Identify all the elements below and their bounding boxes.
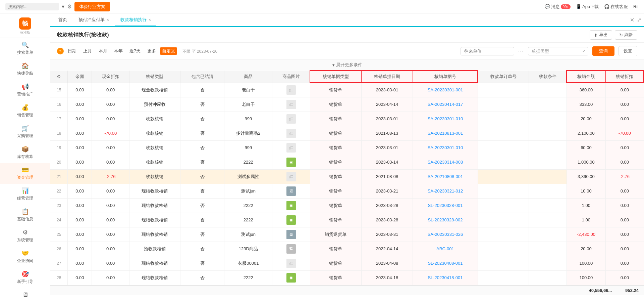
cell-bill-date: 2023-03-31: [361, 227, 413, 242]
product-image-placeholder: 🏷: [286, 100, 296, 109]
user-name[interactable]: Rit: [633, 4, 639, 9]
more-date-btn[interactable]: 更多: [145, 47, 159, 55]
bill-no-link[interactable]: ABC-001: [436, 246, 454, 251]
settings-button[interactable]: 设置: [619, 46, 637, 56]
tab-close-all-icon[interactable]: ✕: [630, 17, 634, 23]
product-image-green: ▣: [286, 273, 296, 283]
cell-included: 否: [180, 270, 224, 285]
last-month-btn[interactable]: 上月: [80, 47, 95, 55]
message-icon: 💬: [545, 4, 550, 9]
cell-verify-amount: 100.00: [567, 256, 605, 270]
nav-icon: 🏠: [21, 62, 29, 70]
top-bar-right: 💬 消息 99+ 📱 App下载 🎧 在线客服 Rit: [545, 4, 639, 10]
tab-expand-icon[interactable]: ⤢: [637, 17, 641, 23]
cell-cash-discount: 0.00: [92, 256, 129, 270]
partner-input[interactable]: [461, 47, 514, 55]
cell-product-img: ▣: [272, 213, 310, 227]
cell-product: 老白干: [224, 97, 272, 112]
tab-prepay[interactable]: 预付冲应付单 ×: [73, 14, 114, 26]
bill-no-link[interactable]: SA-20210808-001: [428, 174, 463, 179]
receipt-verify-tab-close[interactable]: ×: [149, 17, 151, 22]
sidebar-item-search[interactable]: 🔍 搜索菜单: [0, 38, 50, 59]
cell-bill-no: SA-20210813-001: [413, 126, 478, 140]
sidebar-item-nav[interactable]: 🏠 快捷导航: [0, 59, 50, 80]
cell-bill-date: 2023-03-28: [361, 198, 413, 213]
receipt-verify-tab-label: 收款核销执行: [120, 17, 147, 23]
cell-idx: 22: [50, 184, 68, 198]
tab-receipt-verify[interactable]: 收款核销执行 ×: [115, 14, 156, 26]
th-receipt-cond: 收款条件: [529, 71, 567, 83]
service-icon: 🎧: [604, 4, 609, 9]
cell-balance: 0.00: [68, 97, 92, 112]
bill-no-link[interactable]: SA-20230414-017: [428, 102, 463, 107]
settings-gear-icon[interactable]: ⚙: [67, 3, 72, 10]
online-service-link[interactable]: 🎧 在线客服: [604, 4, 628, 10]
bill-no-link[interactable]: SA-20210813-001: [428, 131, 463, 136]
single-type-select[interactable]: 单据类型: [528, 47, 588, 55]
sidebar-item-hardware[interactable]: 🖥 智能硬件: [0, 288, 50, 300]
cell-verify-amount: 60.00: [567, 140, 605, 155]
cell-bill-date: 2023-03-01: [361, 83, 413, 97]
cell-verify-discount: 0.00: [606, 112, 644, 126]
cell-bill-type: 销货单: [310, 213, 361, 227]
sidebar-item-sales[interactable]: 💰 销售管理: [0, 100, 50, 121]
bill-no-link[interactable]: SA-20230301-010: [428, 116, 463, 121]
filter-dots: ···: [518, 49, 524, 54]
sidebar-item-purchase[interactable]: 🛒 采购管理: [0, 121, 50, 142]
sidebar-item-system[interactable]: ⚙ 系统管理: [0, 225, 50, 246]
export-button[interactable]: ⬆ 导出: [590, 30, 612, 40]
sidebar-item-operations[interactable]: 📊 经营管理: [0, 184, 50, 205]
sidebar-item-finance[interactable]: 💳 资金管理: [0, 163, 50, 184]
cell-verify-type: 现金收款核销: [129, 83, 180, 97]
7days-btn[interactable]: 近7天: [127, 47, 143, 55]
cell-verify-discount: -2.76: [606, 169, 644, 184]
cell-cash-discount: 0.00: [92, 242, 129, 256]
cell-bill-type: 销货单: [310, 97, 361, 112]
bill-no-link[interactable]: SL-20230328-002: [428, 217, 463, 222]
purchase-icon: 🛒: [21, 125, 29, 132]
filter-date-buttons: 上月 本月 本年 近7天 更多 自定义: [80, 47, 177, 55]
refresh-button[interactable]: ↻ 刷新: [615, 30, 637, 40]
top-search-input[interactable]: [5, 3, 59, 10]
this-year-btn[interactable]: 本年: [111, 47, 125, 55]
marketing-icon: 📢: [21, 83, 29, 90]
bill-no-link[interactable]: SA-20230301-001: [428, 87, 463, 92]
this-month-btn[interactable]: 本月: [96, 47, 110, 55]
cell-included: 否: [180, 155, 224, 169]
bill-no-link[interactable]: SA-20230331-026: [428, 232, 463, 237]
dropdown-icon[interactable]: ▾: [62, 3, 64, 10]
message-icon-area[interactable]: 💬 消息 99+: [545, 4, 571, 10]
expand-more-button[interactable]: ▾ 展开更多条件: [332, 62, 362, 68]
sidebar-item-newbie[interactable]: 🎯 新手引导: [0, 267, 50, 288]
th-cash-discount: 现金折扣: [92, 71, 129, 83]
app-download-link[interactable]: 📱 App下载: [576, 4, 599, 10]
bill-no-link[interactable]: SA-20230321-012: [428, 188, 463, 194]
cell-receipt-cond: [529, 184, 567, 198]
cell-verify-type: 现结收款核销: [129, 256, 180, 270]
custom-date-btn[interactable]: 自定义: [160, 47, 177, 55]
sidebar-item-collab[interactable]: 🤝 企业协同: [0, 246, 50, 267]
cell-cash-discount: 0.00: [92, 97, 129, 112]
sidebar-item-marketing[interactable]: 📢 营销推广: [0, 80, 50, 100]
tab-home[interactable]: 首页: [53, 14, 72, 26]
prepay-tab-close[interactable]: ×: [107, 17, 109, 22]
query-button[interactable]: 查询: [592, 46, 614, 56]
cell-verify-discount: 0.00: [606, 213, 644, 227]
table-row: 16 0.00 0.00 预付冲应收 否 老白干 🏷 销货单 2023-04-1…: [50, 97, 644, 112]
cell-idx: 17: [50, 112, 68, 126]
filter-toggle-btn[interactable]: »: [57, 48, 64, 54]
bill-no-link[interactable]: SL-20230418-001: [428, 275, 463, 280]
cell-bill-date: 2023-04-14: [361, 97, 413, 112]
bill-no-link[interactable]: SL-20230408-001: [428, 261, 463, 266]
cell-bill-no: ABC-001: [413, 242, 478, 256]
bill-no-link[interactable]: SL-20230328-001: [428, 203, 463, 208]
cell-bill-type: 销货单: [310, 184, 361, 198]
bill-no-link[interactable]: SA-20230314-008: [428, 160, 463, 165]
sidebar-item-basic-info[interactable]: 📋 基础信息: [0, 205, 50, 225]
sidebar-label-newbie: 新手引导: [17, 279, 33, 285]
sidebar-item-inventory[interactable]: 📦 库存核算: [0, 142, 50, 163]
bill-no-link[interactable]: SA-20230301-010: [428, 145, 463, 150]
cell-product-img: 🖼: [272, 184, 310, 198]
cell-product: 999: [224, 112, 272, 126]
trial-industry-button[interactable]: 体验行业方案: [74, 2, 110, 11]
